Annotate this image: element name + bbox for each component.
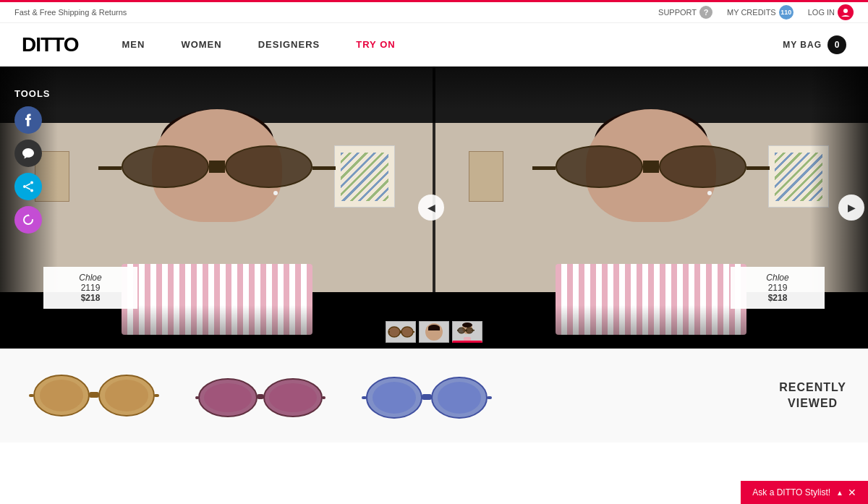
svg-point-30 bbox=[269, 383, 317, 412]
product-name-right: Chloe bbox=[745, 273, 810, 283]
svg-point-3 bbox=[30, 189, 33, 192]
svg-point-13 bbox=[458, 328, 465, 333]
prev-arrow[interactable]: ◀ bbox=[418, 195, 444, 221]
svg-point-2 bbox=[23, 185, 26, 188]
credits-label: MY CREDITS bbox=[727, 8, 776, 17]
svg-rect-39 bbox=[362, 396, 367, 399]
credits-badge: 110 bbox=[779, 5, 793, 20]
stylist-label: Ask a DITTO Stylist! bbox=[752, 487, 830, 497]
svg-rect-9 bbox=[388, 331, 390, 333]
product-num-right: 2119 bbox=[745, 283, 810, 293]
svg-point-1 bbox=[30, 181, 33, 184]
stylist-chat-button[interactable]: Ask a DITTO Stylist! ▲ ✕ bbox=[741, 481, 868, 504]
tryon-area: TOOLS bbox=[0, 67, 868, 349]
message-share-button[interactable] bbox=[14, 140, 42, 167]
nav-links: MEN WOMEN DESIGNERS TRY ON bbox=[122, 39, 783, 50]
top-bar: Fast & Free Shipping & Returns SUPPORT ?… bbox=[0, 0, 868, 23]
login-icon bbox=[838, 4, 854, 20]
recently-viewed-line2: VIEWED bbox=[779, 396, 846, 411]
recently-viewed: RECENTLY VIEWED bbox=[779, 380, 846, 412]
shipping-text: Fast & Free Shipping & Returns bbox=[14, 8, 127, 17]
next-arrow[interactable]: ▶ bbox=[838, 195, 864, 221]
logo-text: DITTO bbox=[22, 33, 78, 56]
login-button[interactable]: LOG IN bbox=[808, 4, 854, 20]
stylist-close-button[interactable]: ✕ bbox=[848, 487, 856, 498]
thumb-both[interactable] bbox=[452, 321, 482, 343]
product-num-left: 2119 bbox=[58, 283, 123, 293]
bottom-product-3[interactable] bbox=[354, 359, 499, 432]
product-info-left: Chloe 2119 $218 bbox=[43, 267, 137, 309]
svg-point-21 bbox=[40, 380, 83, 411]
social-share-button[interactable] bbox=[14, 173, 42, 200]
recently-viewed-line1: RECENTLY bbox=[779, 380, 846, 396]
product-price-left: $218 bbox=[58, 293, 123, 303]
svg-rect-15 bbox=[465, 330, 467, 331]
svg-point-37 bbox=[438, 382, 481, 414]
svg-rect-38 bbox=[422, 394, 432, 400]
nav-designers[interactable]: DESIGNERS bbox=[258, 39, 320, 50]
svg-rect-16 bbox=[472, 330, 475, 331]
main-nav: DITTO MEN WOMEN DESIGNERS TRY ON MY BAG … bbox=[0, 23, 868, 67]
nav-tryon[interactable]: TRY ON bbox=[356, 39, 395, 50]
support-label: SUPPORT bbox=[658, 8, 697, 17]
support-link[interactable]: SUPPORT ? bbox=[658, 6, 712, 19]
svg-rect-24 bbox=[89, 392, 99, 398]
nav-men[interactable]: MEN bbox=[122, 39, 145, 50]
tools-panel: TOOLS bbox=[14, 88, 51, 239]
logo[interactable]: DITTO bbox=[22, 33, 78, 56]
thumbnail-carousel bbox=[386, 321, 482, 343]
svg-line-5 bbox=[26, 187, 30, 189]
login-label: LOG IN bbox=[808, 8, 835, 17]
svg-point-23 bbox=[105, 380, 148, 411]
svg-line-4 bbox=[26, 184, 30, 186]
product-name-left: Chloe bbox=[58, 273, 123, 283]
svg-point-6 bbox=[388, 327, 400, 337]
bottom-product-1[interactable] bbox=[22, 359, 166, 432]
svg-rect-32 bbox=[195, 396, 199, 399]
refresh-button[interactable] bbox=[14, 206, 42, 234]
glasses-image-1 bbox=[29, 367, 159, 424]
video-container: Chloe 2119 $218 Chloe 2119 $218 ◀ ▶ bbox=[0, 67, 868, 349]
glasses-image-3 bbox=[362, 367, 492, 424]
svg-rect-31 bbox=[257, 394, 264, 399]
svg-rect-10 bbox=[413, 331, 414, 333]
svg-rect-12 bbox=[462, 323, 472, 328]
nav-women[interactable]: WOMEN bbox=[181, 39, 221, 50]
product-info-right: Chloe 2119 $218 bbox=[731, 267, 825, 309]
thumb-face-only[interactable] bbox=[419, 321, 449, 343]
svg-rect-40 bbox=[487, 396, 492, 399]
nav-bag[interactable]: MY BAG 0 bbox=[783, 35, 846, 54]
svg-point-35 bbox=[373, 382, 416, 414]
bag-label: MY BAG bbox=[783, 40, 822, 50]
stylist-minimize[interactable]: ▲ bbox=[836, 489, 843, 497]
svg-rect-8 bbox=[400, 330, 401, 333]
svg-rect-26 bbox=[154, 394, 159, 397]
svg-rect-18 bbox=[464, 337, 471, 341]
svg-point-28 bbox=[204, 383, 252, 412]
glasses-image-2 bbox=[195, 367, 326, 424]
svg-rect-33 bbox=[322, 396, 326, 399]
svg-rect-17 bbox=[457, 330, 459, 331]
top-bar-right: SUPPORT ? MY CREDITS 110 LOG IN bbox=[658, 4, 854, 20]
bottom-product-2[interactable] bbox=[188, 359, 333, 432]
bag-count: 0 bbox=[827, 35, 846, 54]
my-credits[interactable]: MY CREDITS 110 bbox=[727, 5, 793, 20]
support-icon: ? bbox=[699, 6, 712, 19]
bottom-section: RECENTLY VIEWED bbox=[0, 349, 868, 443]
thumb-glasses-only[interactable] bbox=[386, 321, 416, 343]
tools-label: TOOLS bbox=[14, 88, 51, 99]
stylist-controls: ▲ ✕ bbox=[836, 487, 856, 498]
facebook-share-button[interactable] bbox=[14, 106, 42, 134]
svg-rect-25 bbox=[29, 394, 34, 397]
svg-point-7 bbox=[401, 327, 413, 337]
svg-point-0 bbox=[843, 9, 848, 13]
product-price-right: $218 bbox=[745, 293, 810, 303]
